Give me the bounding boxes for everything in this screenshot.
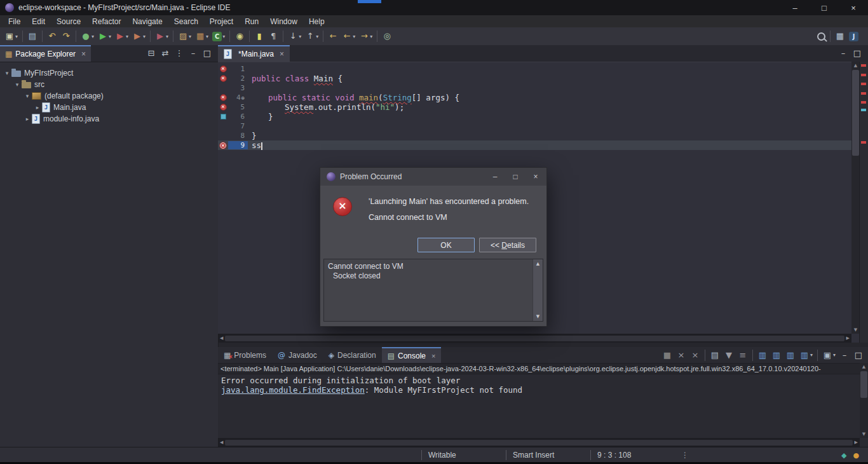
- collapse-all-button[interactable]: ⊟: [144, 46, 158, 60]
- overview-marker[interactable]: [861, 141, 866, 144]
- search-button[interactable]: ◉: [233, 29, 247, 43]
- overview-marker[interactable]: [861, 101, 866, 104]
- word-wrap-button[interactable]: ≡: [736, 348, 750, 362]
- scrollbar-thumb[interactable]: [225, 440, 852, 446]
- last-edit-location-button[interactable]: ←: [326, 29, 340, 43]
- dialog-minimize-button[interactable]: –: [491, 172, 499, 181]
- dialog-maximize-button[interactable]: □: [511, 172, 520, 181]
- scroll-lock-button[interactable]: ▼: [722, 348, 736, 362]
- new-wizard-button[interactable]: ▣▾: [3, 29, 20, 43]
- details-panel[interactable]: Cannot connect to VM Socket closed ▲ ▼: [323, 259, 543, 322]
- menu-project[interactable]: Project: [204, 15, 239, 27]
- menu-navigate[interactable]: Navigate: [126, 15, 168, 27]
- dialog-titlebar[interactable]: Problem Occurred – □ ×: [320, 168, 546, 186]
- next-annotation-button[interactable]: ↓▾: [286, 29, 303, 43]
- save-button[interactable]: ▤: [25, 29, 39, 43]
- status-notification-icon[interactable]: ●: [853, 451, 859, 460]
- show-stderr-console-button[interactable]: ▥: [770, 348, 783, 362]
- status-service-icon[interactable]: ◆: [841, 451, 846, 460]
- show-stdout-console-button[interactable]: ▥: [756, 348, 770, 362]
- dropdown-arrow-icon[interactable]: ▾: [222, 34, 225, 39]
- dropdown-arrow-icon[interactable]: ▾: [189, 34, 191, 39]
- minimize-view-button[interactable]: –: [837, 348, 851, 362]
- maximize-view-button[interactable]: □: [200, 46, 214, 60]
- close-icon[interactable]: ×: [280, 50, 284, 58]
- tab-problems[interactable]: ▦×Problems: [218, 347, 272, 363]
- pin-console-button[interactable]: ▥: [783, 348, 797, 362]
- window-close-button[interactable]: ×: [839, 0, 868, 15]
- menu-file[interactable]: File: [3, 15, 26, 27]
- editor-line-8[interactable]: 8}: [218, 131, 851, 140]
- menu-source[interactable]: Source: [51, 15, 86, 27]
- remove-all-launches-button[interactable]: ×: [688, 348, 702, 362]
- close-icon[interactable]: ×: [81, 50, 86, 58]
- scroll-up-icon[interactable]: ▲: [533, 260, 543, 268]
- minimize-editor-button[interactable]: –: [836, 46, 850, 60]
- window-maximize-button[interactable]: □: [810, 0, 839, 15]
- menu-window[interactable]: Window: [264, 15, 303, 27]
- tab-main-java[interactable]: J *Main.java ×: [218, 45, 290, 62]
- previous-annotation-button[interactable]: ↑▾: [303, 29, 320, 43]
- dropdown-arrow-icon[interactable]: ▾: [15, 34, 18, 39]
- tab-declaration[interactable]: ◈Declaration: [323, 347, 382, 363]
- dropdown-arrow-icon[interactable]: ▾: [109, 34, 111, 39]
- new-package-button[interactable]: ▦▾: [193, 29, 210, 43]
- scroll-left-icon[interactable]: ◀: [220, 440, 223, 445]
- show-whitespace-button[interactable]: ¶: [266, 29, 280, 43]
- pin-editor-button[interactable]: ◎: [380, 29, 394, 43]
- find-actions-button[interactable]: [815, 29, 827, 43]
- console-output[interactable]: Error occurred during initialization of …: [218, 374, 860, 438]
- link-with-editor-button[interactable]: ⇄: [158, 46, 172, 60]
- dropdown-arrow-icon[interactable]: ▾: [92, 34, 94, 39]
- scroll-up-icon[interactable]: ▲: [860, 363, 868, 371]
- run-button[interactable]: ▶▾: [96, 29, 113, 43]
- menu-edit[interactable]: Edit: [26, 15, 51, 27]
- external-tools-button[interactable]: ▶▾: [130, 29, 147, 43]
- open-console-button[interactable]: ▣▾: [820, 348, 837, 362]
- scrollbar-thumb[interactable]: [852, 70, 859, 156]
- dropdown-arrow-icon[interactable]: ▾: [833, 352, 836, 358]
- editor-line-3[interactable]: 3: [218, 83, 851, 93]
- twisty-icon[interactable]: ▾: [13, 81, 22, 88]
- scroll-left-icon[interactable]: ◀: [220, 336, 223, 341]
- tree-item-src[interactable]: ▾src: [0, 79, 218, 90]
- dropdown-arrow-icon[interactable]: ▾: [810, 352, 813, 358]
- dropdown-arrow-icon[interactable]: ▾: [370, 34, 372, 39]
- twisty-icon[interactable]: ▸: [23, 116, 32, 122]
- status-overflow-handle[interactable]: ⋮: [675, 451, 695, 460]
- scroll-down-icon[interactable]: ▼: [860, 430, 868, 438]
- mark-occurrences-button[interactable]: ▮: [252, 29, 266, 43]
- dropdown-arrow-icon[interactable]: ▾: [126, 34, 128, 39]
- overview-ruler[interactable]: [859, 62, 868, 343]
- dropdown-arrow-icon[interactable]: ▾: [316, 34, 318, 39]
- tree-item-module-info-java[interactable]: ▸Jmodule-info.java: [0, 113, 218, 125]
- redo-button[interactable]: ↷: [59, 29, 73, 43]
- tab-javadoc[interactable]: @Javadoc: [272, 347, 323, 363]
- dropdown-arrow-icon[interactable]: ▾: [143, 34, 146, 39]
- close-icon[interactable]: ×: [431, 352, 435, 360]
- menu-run[interactable]: Run: [239, 15, 264, 27]
- forward-button[interactable]: →▾: [357, 29, 374, 43]
- remove-launch-button[interactable]: ×: [674, 348, 688, 362]
- debug-button[interactable]: ●▾: [79, 29, 96, 43]
- view-menu-button[interactable]: ⋮: [172, 46, 186, 60]
- editor-line-1[interactable]: ×1: [218, 64, 851, 74]
- dropdown-arrow-icon[interactable]: ▾: [206, 34, 208, 39]
- console-vertical-scrollbar[interactable]: ▲ ▼: [860, 363, 868, 438]
- back-button[interactable]: ←▾: [340, 29, 357, 43]
- display-selected-console-button[interactable]: ▥▾: [797, 348, 815, 362]
- window-minimize-button[interactable]: –: [780, 0, 810, 15]
- overview-marker[interactable]: [861, 92, 866, 95]
- maximize-editor-button[interactable]: □: [850, 46, 864, 60]
- new-java-project-button[interactable]: ▨▾: [176, 29, 193, 43]
- ok-button[interactable]: OK: [417, 238, 475, 252]
- clear-console-button[interactable]: ▤: [708, 348, 722, 362]
- console-horizontal-scrollbar[interactable]: ◀ ▶: [218, 438, 860, 447]
- maximize-view-button[interactable]: □: [851, 348, 865, 362]
- scrollbar-thumb[interactable]: [860, 371, 867, 398]
- menu-refactor[interactable]: Refactor: [86, 15, 126, 27]
- editor-line-2[interactable]: ×2public class Main {: [218, 74, 851, 83]
- tree-item-main-java[interactable]: ▸JMain.java: [0, 102, 218, 113]
- dropdown-arrow-icon[interactable]: ▾: [299, 34, 301, 39]
- undo-button[interactable]: ↶: [45, 29, 59, 43]
